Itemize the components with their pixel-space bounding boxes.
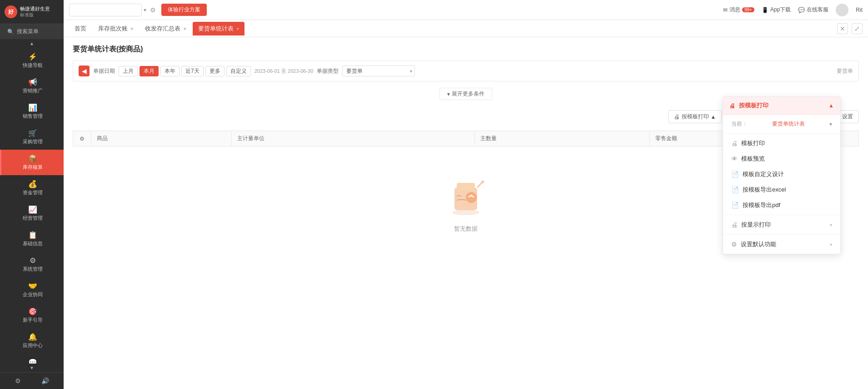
sidebar-search-btn[interactable]: 🔍 搜索菜单 xyxy=(0,24,64,39)
marketing-icon: 📢 xyxy=(28,78,37,86)
message-btn[interactable]: ✉ 消息 99+ xyxy=(723,6,754,14)
tabbar-maximize-btn[interactable]: ⤢ xyxy=(852,23,863,34)
filter-expand-btn[interactable]: ◀ xyxy=(79,66,90,76)
current-label-prefix: 当前： xyxy=(731,120,748,128)
filter-bar: ◀ 单据日期 上月 本月 本年 近7天 更多 自定义 2023-06-01 至 … xyxy=(73,61,859,81)
sidebar-item-quick-nav[interactable]: ⚡ 快捷导航 xyxy=(0,48,64,73)
sidebar-item-guide-label: 新手引导 xyxy=(23,317,43,323)
sidebar-item-finance[interactable]: 💰 资金管理 xyxy=(0,175,64,201)
filter-date-more[interactable]: 更多 xyxy=(205,66,224,76)
tab-inventory-batch[interactable]: 库存批次账 × xyxy=(93,22,139,35)
sidebar-bottom: ⚙ 🔊 xyxy=(0,372,64,389)
inner-page: 要货单统计表(按商品) ◀ 单据日期 上月 本月 本年 近7天 更多 自定义 2… xyxy=(64,37,868,389)
table-settings-icon[interactable]: ⚙ xyxy=(80,136,85,142)
col-quantity-header: 主数量 xyxy=(475,131,649,147)
template-preview-icon: 👁 xyxy=(731,155,738,162)
tab-receipt-summary[interactable]: 收发存汇总表 × xyxy=(140,22,191,35)
tab-order-summary-label: 要货单统计表 xyxy=(198,25,234,33)
col-settings-header[interactable]: ⚙ xyxy=(73,131,91,147)
online-service-btn[interactable]: 💬 在线客服 xyxy=(798,6,828,14)
app-download-icon: 📱 xyxy=(762,7,768,13)
filter-order-label: 要货单 xyxy=(837,67,853,75)
sidebar-scroll-up[interactable]: ▲ xyxy=(0,39,64,48)
tab-home[interactable]: 首页 xyxy=(69,22,92,35)
sidebar-search-label: 搜索菜单 xyxy=(17,28,39,35)
svg-point-0 xyxy=(452,210,479,215)
topbar-search-dropdown-icon[interactable]: ▾ xyxy=(144,7,146,13)
sidebar-item-collab[interactable]: 🤝 企业协同 xyxy=(0,277,64,303)
filter-date-range: 2023-06-01 至 2023-06-30 xyxy=(254,68,314,75)
tab-order-summary-close[interactable]: × xyxy=(236,26,239,31)
sidebar-item-sales[interactable]: 📊 销售管理 xyxy=(0,99,64,124)
print-dropdown-item-template-design[interactable]: 📄 模板自定义设计 xyxy=(723,167,840,182)
sidebar-item-operations-label: 经营管理 xyxy=(23,215,43,222)
settings-bottom-icon[interactable]: ⚙ xyxy=(15,377,21,384)
tab-inventory-batch-close[interactable]: × xyxy=(130,26,133,31)
template-design-left: 📄 模板自定义设计 xyxy=(731,170,784,178)
user-avatar[interactable] xyxy=(836,4,848,16)
sidebar-item-inventory[interactable]: 📦 库存核算 xyxy=(0,150,64,175)
display-print-arrow: ▾ xyxy=(830,222,832,227)
sidebar-logo: 好 畅捷通好生意 标准版 xyxy=(0,0,64,24)
sidebar-item-wechat[interactable]: 💬 企业微信 xyxy=(0,354,64,364)
filter-date-7days[interactable]: 近7天 xyxy=(181,66,204,76)
page-title: 要货单统计表(按商品) xyxy=(73,45,859,54)
sidebar-item-collab-label: 企业协同 xyxy=(23,291,43,298)
app-download-label: App下载 xyxy=(770,6,791,14)
tabbar-close-btn[interactable]: ✕ xyxy=(837,23,848,34)
print-dropdown-item-template-print[interactable]: 🖨 模板打印 xyxy=(723,136,840,151)
filter-more-btn[interactable]: ▾ 展开更多条件 xyxy=(439,88,492,100)
svg-point-5 xyxy=(481,181,484,183)
print-dropdown-item-export-excel[interactable]: 📄 按模板导出excel xyxy=(723,182,840,197)
sidebar-scroll-down[interactable]: ▼ xyxy=(0,364,64,372)
sidebar-item-guide[interactable]: 🎯 新手引导 xyxy=(0,303,64,328)
expand-more-icon: ▾ xyxy=(447,91,450,97)
export-pdf-icon: 📄 xyxy=(731,202,739,209)
template-preview-left: 👁 模板预览 xyxy=(731,155,765,163)
system-icon: ⚙ xyxy=(30,256,36,265)
app-download-btn[interactable]: 📱 App下载 xyxy=(762,6,791,14)
sidebar-item-purchase[interactable]: 🛒 采购管理 xyxy=(0,124,64,150)
sidebar-nav: ⚡ 快捷导航 📢 营销推广 📊 销售管理 🛒 采购管理 📦 库存核算 💰 资金管… xyxy=(0,48,64,364)
filter-date-last-month[interactable]: 上月 xyxy=(119,66,138,76)
sidebar-item-system-label: 系统管理 xyxy=(23,266,43,273)
page-content: 要货单统计表(按商品) ◀ 单据日期 上月 本月 本年 近7天 更多 自定义 2… xyxy=(64,37,868,389)
topbar-settings-icon[interactable]: ⚙ xyxy=(150,6,156,14)
filter-type-select[interactable]: 要货单 xyxy=(342,66,415,76)
filter-date-this-month[interactable]: 本月 xyxy=(140,66,159,76)
print-dropdown-header-left: 🖨 按模板打印 xyxy=(729,101,768,110)
filter-date-custom[interactable]: 自定义 xyxy=(226,66,251,76)
print-dropdown-default-section: ⚙ 设置默认功能 ▾ xyxy=(723,235,840,254)
print-dropdown-header[interactable]: 🖨 按模板打印 ▲ xyxy=(723,97,840,115)
print-dropdown-item-display-print[interactable]: 🖨 按显示打印 ▾ xyxy=(723,217,840,232)
search-icon: 🔍 xyxy=(7,29,14,35)
sidebar: 好 畅捷通好生意 标准版 🔍 搜索菜单 ▲ ⚡ 快捷导航 📢 营销推广 📊 销售… xyxy=(0,0,64,389)
print-dropdown-collapse-icon[interactable]: ▲ xyxy=(828,102,834,109)
col-unit-header: 主计量单位 xyxy=(231,131,475,147)
filter-date-this-year[interactable]: 本年 xyxy=(160,66,180,76)
trial-btn[interactable]: 体验行业方案 xyxy=(161,4,207,16)
sidebar-item-marketing-label: 营销推广 xyxy=(23,87,43,94)
main-area: ▾ ⚙ 体验行业方案 ✉ 消息 99+ 📱 App下载 💬 在线客服 Rit 首… xyxy=(64,0,868,389)
print-dropdown-item-export-pdf[interactable]: 📄 按模板导出pdf xyxy=(723,197,840,213)
app-name: 畅捷通好生意 xyxy=(20,5,50,12)
sidebar-item-basic[interactable]: 📋 基础信息 xyxy=(0,226,64,252)
tab-receipt-summary-close[interactable]: × xyxy=(183,26,186,31)
display-print-label: 按显示打印 xyxy=(741,221,771,229)
empty-text: 暂无数据 xyxy=(454,225,478,233)
speaker-bottom-icon[interactable]: 🔊 xyxy=(41,377,49,384)
expand-more-label: 展开更多条件 xyxy=(452,90,484,98)
sidebar-item-appstore[interactable]: 🔔 应用中心 xyxy=(0,328,64,354)
print-btn[interactable]: 🖨 按模板打印 ▲ xyxy=(668,110,722,123)
print-dropdown-items-section: 🖨 模板打印 👁 模板预览 📄 模板自定义设计 xyxy=(723,134,840,215)
print-dropdown-item-template-preview[interactable]: 👁 模板预览 xyxy=(723,151,840,167)
print-dropdown-item-default-function[interactable]: ⚙ 设置默认功能 ▾ xyxy=(723,237,840,252)
collab-icon: 🤝 xyxy=(28,282,37,290)
sidebar-item-operations[interactable]: 📈 经营管理 xyxy=(0,201,64,226)
sidebar-item-system[interactable]: ⚙ 系统管理 xyxy=(0,252,64,277)
template-print-label: 模板打印 xyxy=(741,139,765,147)
tab-order-summary[interactable]: 要货单统计表 × xyxy=(193,22,244,35)
sidebar-item-marketing[interactable]: 📢 营销推广 xyxy=(0,73,64,99)
sidebar-item-finance-label: 资金管理 xyxy=(23,189,43,196)
topbar-search-input[interactable] xyxy=(69,4,142,16)
